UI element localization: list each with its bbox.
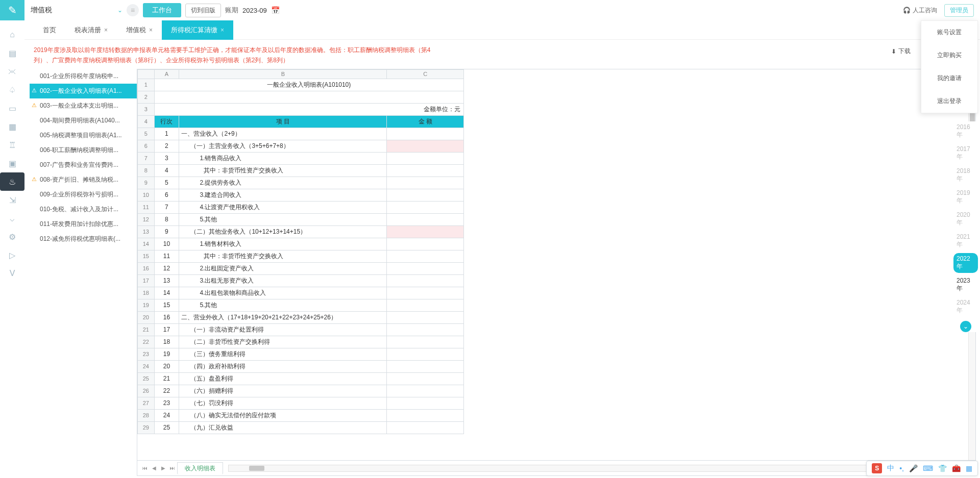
warning-notice: 2019年度涉及取以前年度结转数据的申报表单元格需要手工维护正确，才能保证本年及…: [34, 45, 432, 66]
form-list-item[interactable]: 001-企业所得税年度纳税申...: [30, 69, 137, 84]
spreadsheet-area: ABC1一般企业收入明细表(A101010)23金额单位：元4行次项 目金 额5…: [137, 69, 976, 476]
sheet-nav-next-icon[interactable]: ▶: [159, 465, 168, 471]
nav-inbox-icon[interactable]: ⌵: [0, 209, 24, 228]
ime-skin-icon[interactable]: 👕: [938, 464, 947, 472]
year-pill[interactable]: 2019年: [953, 187, 978, 207]
form-list-item[interactable]: 006-职工薪酬纳税调整明细...: [30, 143, 137, 158]
chevron-down-icon: ⌄: [117, 7, 122, 14]
period-value[interactable]: 2023-09: [242, 7, 267, 14]
sheet-tab-bar: ⏮ ◀ ▶ ⏭ 收入明细表: [137, 460, 975, 475]
switch-old-button[interactable]: 切到旧版: [185, 4, 221, 17]
ime-lang-label[interactable]: 中: [887, 464, 894, 473]
form-list-item[interactable]: ⚠008-资产折旧、摊销及纳税...: [30, 172, 137, 187]
nav-sidebar: ✎ ⌂ ▤ ⩙ ♤ ▭ ▦ ♖ ▣ ♨ ⇲ ⌵ ⚙ ▷ V: [0, 0, 24, 478]
period-label: 账期: [225, 6, 238, 15]
warning-icon: ⚠: [32, 87, 37, 94]
tab-3[interactable]: 所得税汇算清缴×: [162, 20, 233, 40]
close-icon[interactable]: ×: [220, 27, 224, 34]
list-icon[interactable]: ≡: [127, 4, 139, 16]
year-pill[interactable]: 2016年: [953, 121, 978, 141]
user-menu-item[interactable]: 立即购买: [921, 44, 977, 67]
ime-punct-icon[interactable]: •,: [899, 464, 904, 472]
ime-logo-icon: S: [872, 463, 882, 473]
year-pill[interactable]: 2021年: [953, 231, 978, 251]
download-icon: ⬇: [891, 48, 896, 55]
tab-0[interactable]: 首页: [34, 20, 65, 40]
nav-calc-icon[interactable]: ▦: [0, 117, 24, 136]
form-list-item[interactable]: 009-企业所得税弥补亏损明...: [30, 187, 137, 202]
form-list-item[interactable]: 010-免税、减计收入及加计...: [30, 202, 137, 217]
nav-v-icon[interactable]: V: [0, 264, 24, 283]
tab-1[interactable]: 税表清册×: [65, 20, 117, 40]
nav-chart-icon[interactable]: ⩙: [0, 62, 24, 81]
ime-toolbar[interactable]: S 中 •, 🎤 ⌨ 👕 🧰 ▦: [866, 461, 978, 476]
top-bar: 增值税 ⌄ ≡ 工作台 切到旧版 账期 2023-09 📅 🎧 人工咨询 管理员: [24, 0, 980, 20]
ime-keyboard-icon[interactable]: ⌨: [923, 464, 933, 472]
warning-icon: ⚠: [32, 176, 37, 183]
year-rail: 2016年2017年2018年2019年2020年2021年2022年2023年…: [953, 121, 978, 332]
year-pill[interactable]: 2017年: [953, 143, 978, 163]
form-list-item[interactable]: 005-纳税调整项目明细表(A1...: [30, 128, 137, 143]
sheet-nav-prev-icon[interactable]: ◀: [150, 465, 159, 471]
user-menu-item[interactable]: 账号设置: [921, 21, 977, 44]
nav-export-icon[interactable]: ⇲: [0, 191, 24, 209]
form-list-item[interactable]: 012-减免所得税优惠明细表(...: [30, 232, 137, 246]
form-list-item[interactable]: ⚠002-一般企业收入明细表(A1...: [30, 84, 137, 98]
year-pill[interactable]: 2022年: [953, 253, 978, 273]
nav-clipboard-icon[interactable]: ▭: [0, 99, 24, 117]
nav-tax-icon[interactable]: ♨: [0, 172, 24, 191]
tab-2[interactable]: 增值税×: [117, 20, 162, 40]
nav-video-icon[interactable]: ▷: [0, 246, 24, 264]
form-list-item[interactable]: 011-研发费用加计扣除优惠...: [30, 217, 137, 232]
download-link[interactable]: ⬇下载: [891, 47, 911, 56]
tab-bar: 首页税表清册×增值税×所得税汇算清缴×: [24, 20, 980, 40]
ime-toolbox-icon[interactable]: 🧰: [952, 464, 961, 472]
nav-bag-icon[interactable]: ♤: [0, 81, 24, 99]
close-icon[interactable]: ×: [149, 27, 153, 34]
sheet-nav-last-icon[interactable]: ⏭: [168, 465, 177, 471]
workspace-button[interactable]: 工作台: [143, 3, 181, 17]
spreadsheet-grid[interactable]: ABC1一般企业收入明细表(A101010)23金额单位：元4行次项 目金 额5…: [137, 69, 975, 460]
org-dropdown[interactable]: 增值税 ⌄: [31, 6, 122, 15]
calendar-icon[interactable]: 📅: [271, 6, 280, 14]
sheet-nav-first-icon[interactable]: ⏮: [140, 465, 150, 471]
nav-settings-icon[interactable]: ⚙: [0, 228, 24, 246]
ime-mic-icon[interactable]: 🎤: [909, 464, 918, 472]
year-pill[interactable]: 2023年: [953, 275, 978, 295]
year-pill[interactable]: 2018年: [953, 165, 978, 185]
warning-icon: ⚠: [32, 102, 37, 109]
year-more-icon[interactable]: ⌄: [960, 321, 971, 332]
close-icon[interactable]: ×: [104, 27, 108, 34]
user-menu-item[interactable]: 退出登录: [921, 90, 977, 113]
ime-grid-icon[interactable]: ▦: [966, 464, 972, 472]
year-pill[interactable]: 2020年: [953, 209, 978, 229]
nav-shirt-icon[interactable]: ♖: [0, 136, 24, 154]
form-list-item[interactable]: 004-期间费用明细表(A1040...: [30, 113, 137, 128]
nav-home-icon[interactable]: ⌂: [0, 26, 24, 44]
headset-icon: 🎧: [903, 7, 911, 14]
org-dropdown-label: 增值税: [31, 6, 52, 15]
consult-link[interactable]: 🎧 人工咨询: [903, 6, 937, 15]
nav-doc-icon[interactable]: ▤: [0, 44, 24, 62]
nav-grid-icon[interactable]: ▣: [0, 154, 24, 172]
form-list-item[interactable]: ⚠003-一般企业成本支出明细...: [30, 98, 137, 113]
horizontal-scrollbar[interactable]: [228, 465, 972, 472]
admin-button[interactable]: 管理员: [944, 4, 974, 17]
app-logo: ✎: [0, 0, 24, 20]
year-pill[interactable]: 2024年: [953, 297, 978, 317]
form-list: 001-企业所得税年度纳税申...⚠002-一般企业收入明细表(A1...⚠00…: [30, 69, 137, 478]
user-menu-item[interactable]: 我的邀请: [921, 67, 977, 90]
form-list-item[interactable]: 007-广告费和业务宣传费跨...: [30, 158, 137, 172]
user-menu: 账号设置立即购买我的邀请退出登录: [921, 20, 978, 113]
sheet-tab[interactable]: 收入明细表: [177, 462, 223, 474]
